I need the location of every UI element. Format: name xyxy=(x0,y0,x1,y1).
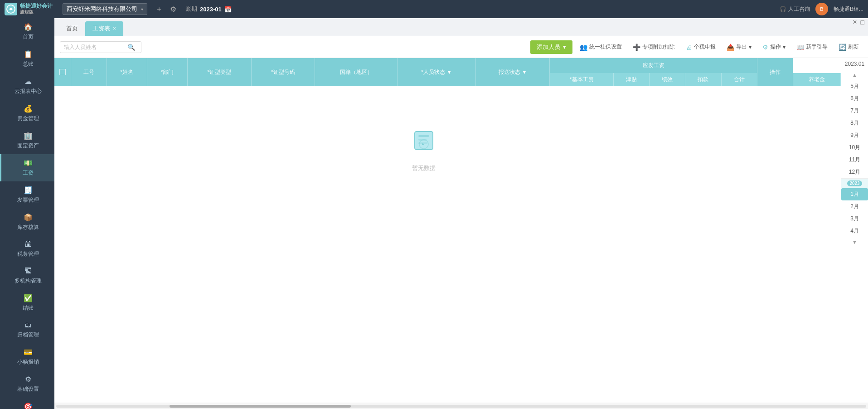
refresh-btn[interactable]: 🔄 刷新 xyxy=(835,41,863,53)
month-2022-06[interactable]: 6月 xyxy=(841,93,868,105)
th-pension: 养老金 xyxy=(793,73,840,86)
social-security-icon: 👥 xyxy=(580,44,587,51)
sidebar-item-guide[interactable]: 🎯 新手引导 xyxy=(0,398,54,409)
period-label: 账期 xyxy=(185,5,197,13)
special-deduction-icon: ➕ xyxy=(633,44,640,51)
logo-text-area: 畅捷通好会计 旗舰版 xyxy=(20,3,53,15)
th-id-no: *证型号码 xyxy=(251,58,315,86)
month-2023-01[interactable]: 1月 xyxy=(841,188,868,200)
add-person-button[interactable]: 添加人员 ▾ xyxy=(530,40,572,54)
tax-report-btn[interactable]: 🖨 个税申报 xyxy=(682,41,719,53)
th-nationality: 国籍（地区） xyxy=(315,58,398,86)
social-security-btn[interactable]: 👥 统一社保设置 xyxy=(576,41,626,53)
scroll-bar-area[interactable] xyxy=(54,403,868,409)
search-input[interactable] xyxy=(64,44,127,50)
th-report-status[interactable]: 报送状态 ▼ xyxy=(476,58,550,86)
special-deduction-label: 专项附加扣除 xyxy=(642,43,675,51)
human-service-btn[interactable]: 🎧 人工咨询 xyxy=(780,5,810,13)
sidebar-item-salary[interactable]: 💵 工资 xyxy=(0,154,54,181)
user-avatar[interactable]: B xyxy=(815,3,828,15)
th-person-status[interactable]: *人员状态 ▼ xyxy=(398,58,476,86)
month-2022-11[interactable]: 11月 xyxy=(841,154,868,166)
sidebar-item-invoice[interactable]: 🧾 发票管理 xyxy=(0,181,54,209)
operation-btn[interactable]: ⚙ 操作 ▾ xyxy=(759,41,789,53)
archive-icon: 🗂 xyxy=(24,321,32,329)
human-service-label: 人工咨询 xyxy=(788,5,810,13)
month-2022-05[interactable]: 5月 xyxy=(841,80,868,93)
sidebar-item-expense-label: 小畅报销 xyxy=(17,358,39,366)
assets-icon: 🏢 xyxy=(24,131,33,140)
year-up-btn[interactable]: ▲ xyxy=(841,70,868,80)
main-layout: 🏠 首页 📋 总账 ☁ 云报表中心 💰 资金管理 🏢 固定资产 💵 工资 🧾 发… xyxy=(0,18,868,409)
tab-bar: 首页 工资表 × xyxy=(54,18,868,36)
th-name: *姓名 xyxy=(107,58,147,86)
th-deduction: 扣款 xyxy=(685,73,721,86)
settings-icon[interactable]: ⚙ xyxy=(168,4,178,15)
sidebar-item-archive[interactable]: 🗂 归档管理 xyxy=(0,316,54,343)
search-wrap[interactable]: 🔍 xyxy=(60,41,141,53)
export-icon: 📤 xyxy=(727,44,734,51)
calendar-icon[interactable]: 📅 xyxy=(224,6,232,13)
tax-icon: 🏛 xyxy=(24,240,32,248)
maximize-window-btn[interactable]: □ xyxy=(861,19,864,26)
month-2023-03[interactable]: 3月 xyxy=(841,213,868,225)
operation-chevron-icon: ▾ xyxy=(783,44,786,50)
scroll-bar-thumb[interactable] xyxy=(170,405,351,408)
tab-home[interactable]: 首页 xyxy=(59,21,85,36)
tax-report-label: 个税申报 xyxy=(694,43,716,51)
select-all-checkbox[interactable] xyxy=(59,69,66,75)
year-2023-section: 1月 2月 3月 4月 xyxy=(841,188,868,237)
sidebar-item-ledger[interactable]: 📋 总账 xyxy=(0,45,54,73)
empty-state: 暂无数据 xyxy=(54,86,793,209)
table-container: 工号 *姓名 *部门 *证型类型 *证型号码 国籍（地区） *人员状态 ▼ 报送… xyxy=(54,58,841,403)
sidebar-item-expense[interactable]: 💳 小畅报销 xyxy=(0,343,54,370)
sidebar-item-closing-label: 结账 xyxy=(23,304,34,312)
export-chevron-icon: ▾ xyxy=(749,44,752,50)
scroll-bar-track[interactable] xyxy=(56,405,866,408)
company-selector[interactable]: 西安虾米网络科技有限公司 ▾ xyxy=(63,3,147,15)
sidebar-item-fixed-assets[interactable]: 🏢 固定资产 xyxy=(0,127,54,154)
empty-text: 暂无数据 xyxy=(412,164,436,172)
company-name: 西安虾米网络科技有限公司 xyxy=(67,5,137,13)
headset-icon: 🎧 xyxy=(780,6,786,12)
sidebar-item-closing[interactable]: ✅ 结账 xyxy=(0,289,54,316)
sidebar-item-home[interactable]: 🏠 首页 xyxy=(0,18,54,45)
month-2022-10[interactable]: 10月 xyxy=(841,141,868,154)
tab-salary-table[interactable]: 工资表 × xyxy=(85,21,123,36)
top-right: 🎧 人工咨询 B 畅捷通B组... xyxy=(780,3,863,15)
tab-close-icon[interactable]: × xyxy=(113,25,116,32)
month-2022-08[interactable]: 8月 xyxy=(841,117,868,129)
sidebar-item-cloud-report[interactable]: ☁ 云报表中心 xyxy=(0,73,54,100)
th-checkbox[interactable] xyxy=(54,58,71,86)
sidebar-item-inventory[interactable]: 📦 库存核算 xyxy=(0,209,54,236)
year-badge: 2023 xyxy=(847,180,862,186)
toolbar: 🔍 添加人员 ▾ 👥 统一社保设置 ➕ 专项附加扣除 🖨 个税申报 📤 xyxy=(54,36,868,58)
company-chevron-icon: ▾ xyxy=(141,7,143,12)
month-2023-04[interactable]: 4月 xyxy=(841,225,868,237)
sidebar-item-tax[interactable]: 🏛 税务管理 xyxy=(0,236,54,263)
close-window-btn[interactable]: × xyxy=(853,18,857,26)
guide-toolbar-icon: 📖 xyxy=(796,44,804,51)
month-2022-07[interactable]: 7月 xyxy=(841,105,868,117)
guide-toolbar-btn[interactable]: 📖 新手引导 xyxy=(793,41,831,53)
svg-rect-2 xyxy=(418,135,429,137)
window-controls: × □ xyxy=(853,18,864,26)
month-2022-09[interactable]: 9月 xyxy=(841,129,868,141)
content-area: 首页 工资表 × 🔍 添加人员 ▾ 👥 统一社保设置 ➕ xyxy=(54,18,868,409)
home-icon: 🏠 xyxy=(24,23,33,31)
sidebar-item-capital[interactable]: 💰 资金管理 xyxy=(0,100,54,127)
month-2022-12[interactable]: 12月 xyxy=(841,166,868,178)
tax-report-icon: 🖨 xyxy=(686,44,692,51)
search-icon[interactable]: 🔍 xyxy=(127,44,135,51)
sidebar-item-settings[interactable]: ⚙ 基础设置 xyxy=(0,370,54,398)
sidebar-item-ledger-label: 总账 xyxy=(23,60,34,68)
year-down-btn[interactable]: ▼ xyxy=(841,237,868,247)
sidebar-item-multi-org[interactable]: 🏗 多机构管理 xyxy=(0,263,54,289)
add-company-btn[interactable]: ＋ xyxy=(154,4,165,15)
sidebar-item-tax-label: 税务管理 xyxy=(17,250,39,258)
special-deduction-btn[interactable]: ➕ 专项附加扣除 xyxy=(629,41,679,53)
month-2023-02[interactable]: 2月 xyxy=(841,200,868,213)
add-chevron-icon: ▾ xyxy=(563,44,566,50)
th-base-salary: *基本工资 xyxy=(550,73,614,86)
export-btn[interactable]: 📤 导出 ▾ xyxy=(723,41,755,53)
